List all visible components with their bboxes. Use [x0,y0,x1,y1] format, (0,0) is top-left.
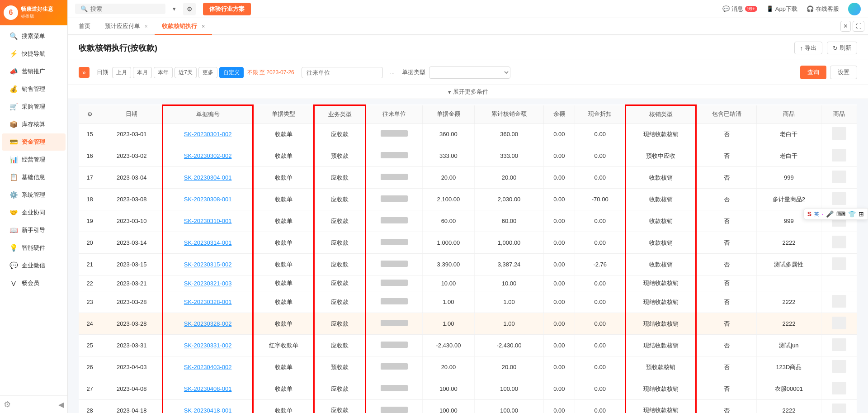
filter-settings-button[interactable]: 设置 [830,66,857,79]
tab-write-off[interactable]: 收款核销执行 × [155,19,212,35]
sidebar-item-企业协同[interactable]: 🤝 企业协同 [2,204,66,221]
doc-no-link[interactable]: SK-20230302-002 [184,152,232,159]
table-settings-icon[interactable]: ⚙ [87,111,93,118]
collapse-icon[interactable]: ◀ [58,400,64,409]
page-header: 收款核销执行(按收款) ↑ 导出 ↻ 刷新 [68,35,868,60]
table-row: 15 2023-03-01 SK-20230301-002 收款单 应收款 36… [79,123,857,145]
topbar-dropdown[interactable]: ▾ [173,5,176,12]
settings-icon[interactable]: ⚙ [4,399,11,409]
tab-home[interactable]: 首页 [71,19,98,35]
close-all-tabs[interactable]: × [840,21,851,32]
filter-custom-date[interactable]: 自定义 [219,67,244,78]
doc-no-link[interactable]: SK-20230328-002 [184,320,232,327]
doc-no-link[interactable]: SK-20230321-003 [184,280,232,287]
sidebar-item-库存核算[interactable]: 📦 库存核算 [2,116,66,133]
doc-no-link[interactable]: SK-20230408-001 [184,385,232,392]
sidebar-item-基础信息[interactable]: 📋 基础信息 [2,169,66,186]
doc-no-link[interactable]: SK-20230315-002 [184,261,232,268]
sidebar-item-销售管理[interactable]: 💰 销售管理 [2,81,66,98]
doc-no-link[interactable]: SK-20230403-002 [184,364,232,370]
doc-no-link[interactable]: SK-20230308-001 [184,196,232,203]
cell-goods2 [821,291,857,313]
export-button[interactable]: ↑ 导出 [794,42,823,54]
doc-type-select[interactable] [429,66,510,79]
cell-balance: 0.00 [543,378,575,400]
filter-last-7-days[interactable]: 近7天 [175,67,197,78]
col-header-gear[interactable]: ⚙ [79,105,101,123]
cell-goods1 [756,275,821,291]
messages-item[interactable]: 💬 消息 99+ [722,5,757,13]
cell-date: 2023-03-28 [101,291,163,313]
sidebar-item-企业微信[interactable]: 💬 企业微信 [2,257,66,274]
sidebar-item-快捷导航[interactable]: ⚡ 快捷导航 [2,45,66,62]
cell-doc-type: 收款单 [253,291,314,313]
cell-doc-no: SK-20230308-001 [163,189,253,210]
more-filter-icon[interactable]: ... [390,69,395,76]
grid-icon[interactable]: ⊞ [859,210,864,218]
online-service-item[interactable]: 🎧 在线客服 [807,5,839,13]
doc-no-link[interactable]: SK-20230418-001 [184,407,232,413]
sidebar-item-经营管理[interactable]: 📊 经营管理 [2,151,66,168]
doc-no-link[interactable]: SK-20230328-001 [184,299,232,305]
sidebar-item-资金管理[interactable]: 💳 资金管理 [2,133,66,151]
sidebar-item-畅会员[interactable]: V 畅会员 [2,275,66,292]
gear-button[interactable]: ⚙ [183,3,196,15]
sidebar-item-营销推广[interactable]: 📣 营销推广 [2,63,66,80]
search-input[interactable] [90,5,154,12]
cell-amount: 20.00 [422,167,475,189]
cell-goods2 [821,275,857,291]
doc-no-link[interactable]: SK-20230331-002 [184,342,232,349]
table-area[interactable]: ⚙ 日期 单据编号 单据类型 业务类型 往来单位 单据金额 累计核销金额 余额 … [68,99,868,413]
filter-this-month[interactable]: 本月 [133,67,152,78]
close-prepayment-tab[interactable]: × [145,24,147,29]
sidebar-item-智能硬件[interactable]: 💡 智能硬件 [2,239,66,256]
cell-doc-no: SK-20230331-002 [163,335,253,356]
keyboard-icon[interactable]: ⌨ [836,210,845,218]
filter-this-year[interactable]: 本年 [154,67,173,78]
doc-no-link[interactable]: SK-20230301-002 [184,131,232,138]
cell-write-off-type: 收款核销 [626,232,696,254]
filter-more-date[interactable]: 更多 [198,67,217,78]
cell-balance: 0.00 [543,400,575,413]
col-header-write-off-type: 核销类型 [626,105,696,123]
cell-write-off: 3,387.24 [475,254,544,275]
doc-no-link[interactable]: SK-20230304-001 [184,174,232,181]
cell-discount: 0.00 [575,232,625,254]
sidebar-item-label: 销售管理 [22,85,45,93]
chevron-down-icon: ▾ [448,89,451,95]
cell-discount: -70.00 [575,189,625,210]
table-row: 24 2023-03-28 SK-20230328-002 收款单 应收款 1.… [79,313,857,335]
cell-date: 2023-03-02 [101,145,163,167]
microphone-icon[interactable]: 🎤 [826,210,834,218]
sidebar-item-搜索菜单[interactable]: 🔍 搜索菜单 [2,28,66,45]
col-header-doc-no: 单据编号 [163,105,253,123]
filter-date-group: 日期 上月 本月 本年 近7天 更多 自定义 不限 至 2023-07-26 [97,67,294,78]
refresh-button[interactable]: ↻ 刷新 [827,42,857,54]
maximize-tab[interactable]: ⛶ [853,21,864,32]
app-download-item[interactable]: 📱 App下载 [766,5,797,13]
cell-doc-no: SK-20230302-002 [163,145,253,167]
doc-no-link[interactable]: SK-20230310-001 [184,218,232,224]
cell-include-settled: 否 [696,232,756,254]
partner-input[interactable] [302,67,383,78]
cell-doc-no: SK-20230403-002 [163,356,253,378]
doc-no-link[interactable]: SK-20230314-001 [184,239,232,246]
tabs-bar: 首页 预计应应付单 × 收款核销执行 × × ⛶ [68,18,868,35]
cell-date: 2023-04-08 [101,378,163,400]
sidebar-item-采购管理[interactable]: 🛒 采购管理 [2,98,66,115]
sidebar-item-系统管理[interactable]: ⚙️ 系统管理 [2,186,66,204]
sidebar-item-新手引导[interactable]: 📖 新手引导 [2,222,66,239]
solution-button[interactable]: 体验行业方案 [203,3,251,15]
tab-prepayment[interactable]: 预计应应付单 × [98,19,155,35]
query-button[interactable]: 查询 [800,66,826,79]
filter-last-month[interactable]: 上月 [112,67,131,78]
expand-more-button[interactable]: ▾ 展开更多条件 [448,88,488,96]
cell-amount: -2,430.00 [422,335,475,356]
cell-include-settled: 否 [696,123,756,145]
close-write-off-tab[interactable]: × [202,24,204,29]
filter-expand-button[interactable]: » [79,67,90,78]
cell-write-off: 333.00 [475,145,544,167]
user-avatar[interactable] [848,3,861,15]
filter-date-range: 不限 至 2023-07-26 [247,69,294,76]
shirt-icon[interactable]: 👕 [848,210,856,218]
